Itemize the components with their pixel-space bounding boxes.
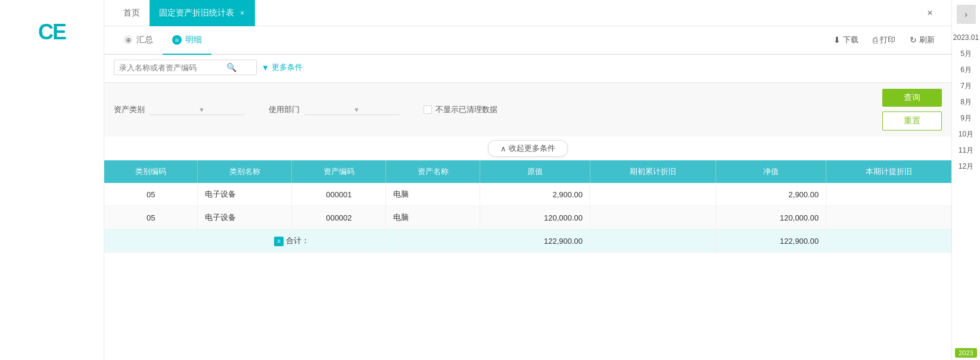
- main-content: 首页 固定资产折旧统计表 × × ⊕ 汇总 ≡ 明细 ⬇ 下载 ⎙ 打印: [104, 0, 951, 360]
- month-item[interactable]: 12月: [952, 159, 980, 174]
- cell-net-value: 2,900.00: [716, 183, 826, 206]
- tab-summary[interactable]: ⊕ 汇总: [114, 26, 163, 55]
- download-label: 下载: [843, 35, 858, 45]
- total-accumulated: [590, 229, 716, 253]
- right-sidebar: › 2023.01 5月6月7月8月9月10月11月12月 2023: [951, 0, 980, 360]
- department-field: 使用部门 ▼: [269, 104, 400, 115]
- collapse-row: ∧ 收起更多条件: [104, 136, 951, 160]
- tab-close-icon[interactable]: ×: [239, 8, 245, 18]
- th-net-value: 净值: [716, 160, 826, 183]
- th-accumulated-depreciation: 期初累计折旧: [590, 160, 716, 183]
- more-filter-label: 更多条件: [272, 62, 303, 73]
- department-select[interactable]: ▼: [304, 105, 400, 115]
- refresh-button[interactable]: ↻ 刷新: [903, 31, 942, 49]
- asset-category-field: 资产类别 ▼: [114, 104, 245, 115]
- window-close-button[interactable]: ×: [918, 0, 942, 26]
- month-item[interactable]: 10月: [952, 127, 980, 142]
- query-button[interactable]: 查询: [882, 89, 942, 107]
- advanced-filter: 资产类别 ▼ 使用部门 ▼ 不显示已清理数据 查询 重置: [104, 83, 951, 136]
- total-current-depreciation: [826, 229, 951, 253]
- cell-asset-code: 000002: [292, 206, 386, 229]
- table-row: 05 电子设备 000001 电脑 2,900.00 2,900.00: [104, 183, 951, 206]
- print-label: 打印: [880, 35, 895, 45]
- month-item[interactable]: 9月: [952, 111, 980, 126]
- month-list: 5月6月7月8月9月10月11月12月: [952, 46, 980, 174]
- search-icon[interactable]: 🔍: [226, 63, 237, 72]
- no-cleared-wrap: 不显示已清理数据: [424, 104, 497, 115]
- cell-accumulated-depreciation: [590, 183, 716, 206]
- month-item[interactable]: 6月: [952, 63, 980, 77]
- filter-icon: ▼: [262, 63, 269, 72]
- tab-summary-label: 汇总: [136, 35, 153, 45]
- month-item[interactable]: 5月: [952, 46, 980, 61]
- cell-net-value: 120,000.00: [716, 206, 826, 229]
- asset-category-arrow: ▼: [198, 106, 242, 113]
- total-label-text: ≡合计：: [198, 229, 386, 253]
- search-input-wrap[interactable]: 🔍: [114, 60, 257, 75]
- th-current-depreciation: 本期计提折旧: [826, 160, 951, 183]
- print-icon: ⎙: [873, 35, 878, 45]
- search-row: 🔍 ▼ 更多条件: [114, 60, 942, 80]
- asset-category-label: 资产类别: [114, 104, 145, 115]
- total-row: ≡合计： 122,900.00 122,900.00: [104, 229, 951, 253]
- asset-category-select[interactable]: ▼: [150, 105, 245, 115]
- cell-asset-name: 电脑: [386, 206, 480, 229]
- month-item[interactable]: 11月: [952, 143, 980, 158]
- no-cleared-checkbox[interactable]: [424, 105, 432, 114]
- department-arrow: ▼: [353, 106, 397, 113]
- month-item[interactable]: 8月: [952, 95, 980, 110]
- sidebar-expand-arrow[interactable]: ›: [957, 5, 976, 24]
- filter-actions: 查询 重置: [882, 89, 942, 131]
- table-wrap: 类别编码 类别名称 资产编码 资产名称 原值 期初累计折旧 净值 本期计提折旧 …: [104, 160, 951, 360]
- th-original-value: 原值: [480, 160, 590, 183]
- cell-current-depreciation: [826, 206, 951, 229]
- print-button[interactable]: ⎙ 打印: [866, 31, 903, 49]
- th-asset-code: 资产编码: [292, 160, 386, 183]
- cell-category-name: 电子设备: [198, 206, 292, 229]
- year-badge: 2023: [955, 348, 976, 358]
- cell-category-code: 05: [104, 206, 198, 229]
- date-display: 2023.01: [952, 31, 980, 44]
- total-net-value: 122,900.00: [716, 229, 826, 253]
- collapse-arrow-icon: ∧: [500, 144, 506, 153]
- tab-detail[interactable]: ≡ 明细: [163, 26, 211, 55]
- tab-toolbar-row: ⊕ 汇总 ≡ 明细 ⬇ 下载 ⎙ 打印 ↻ 刷新: [104, 26, 951, 55]
- total-original-value: 122,900.00: [480, 229, 590, 253]
- total-empty-name: [386, 229, 480, 253]
- total-icon: ≡: [274, 237, 284, 246]
- more-filter-button[interactable]: ▼ 更多条件: [262, 62, 303, 73]
- th-category-code: 类别编码: [104, 160, 198, 183]
- home-nav[interactable]: 首页: [114, 8, 150, 18]
- tab-title: 固定资产折旧统计表: [159, 8, 234, 18]
- detail-icon: ≡: [172, 35, 182, 45]
- table-body: 05 电子设备 000001 电脑 2,900.00 2,900.00 05 电…: [104, 183, 951, 253]
- active-tab[interactable]: 固定资产折旧统计表 ×: [150, 0, 255, 26]
- th-asset-name: 资产名称: [386, 160, 480, 183]
- reset-button[interactable]: 重置: [882, 111, 942, 131]
- collapse-button[interactable]: ∧ 收起更多条件: [488, 140, 568, 157]
- cell-current-depreciation: [826, 183, 951, 206]
- month-item[interactable]: 7月: [952, 79, 980, 94]
- cell-category-code: 05: [104, 183, 198, 206]
- cell-category-name: 电子设备: [198, 183, 292, 206]
- filter-area: 🔍 ▼ 更多条件: [104, 55, 951, 83]
- top-nav-right: ×: [918, 0, 942, 26]
- th-category-name: 类别名称: [198, 160, 292, 183]
- table-row: 05 电子设备 000002 电脑 120,000.00 120,000.00: [104, 206, 951, 229]
- download-icon: ⬇: [833, 35, 841, 45]
- logo-area: CE: [0, 0, 104, 360]
- data-table: 类别编码 类别名称 资产编码 资产名称 原值 期初累计折旧 净值 本期计提折旧 …: [104, 160, 951, 253]
- logo: CE: [25, 12, 79, 52]
- summary-icon: ⊕: [123, 35, 133, 45]
- table-header-row: 类别编码 类别名称 资产编码 资产名称 原值 期初累计折旧 净值 本期计提折旧: [104, 160, 951, 183]
- cell-asset-name: 电脑: [386, 183, 480, 206]
- download-button[interactable]: ⬇ 下载: [826, 31, 866, 49]
- collapse-label: 收起更多条件: [509, 143, 555, 154]
- no-cleared-label: 不显示已清理数据: [435, 104, 497, 115]
- refresh-label: 刷新: [919, 35, 935, 45]
- toolbar: ⬇ 下载 ⎙ 打印 ↻ 刷新: [826, 31, 942, 49]
- cell-original-value: 120,000.00: [480, 206, 590, 229]
- top-nav: 首页 固定资产折旧统计表 × ×: [104, 0, 951, 26]
- search-input[interactable]: [119, 63, 226, 72]
- refresh-icon: ↻: [910, 35, 917, 45]
